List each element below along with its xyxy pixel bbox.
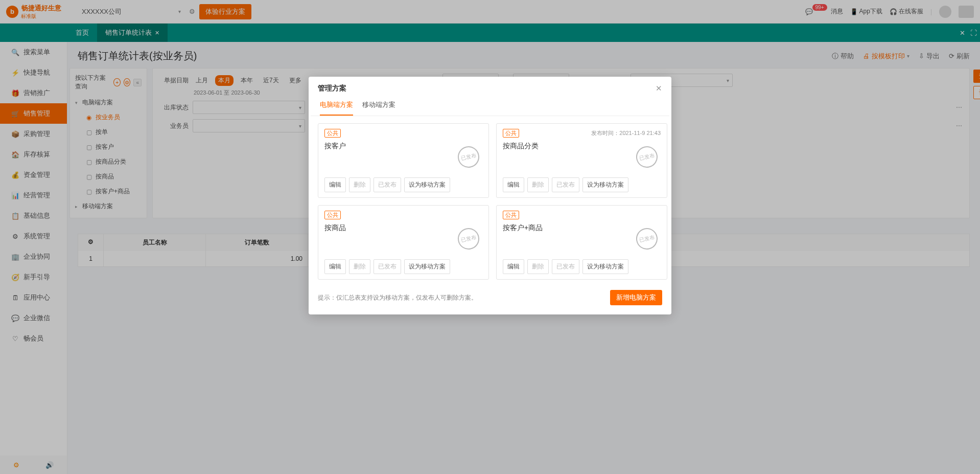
modal-tabs: 电脑端方案 移动端方案 bbox=[311, 95, 669, 116]
public-tag: 公共 bbox=[324, 129, 341, 138]
delete-button: 删除 bbox=[527, 177, 549, 192]
manage-scheme-modal: 管理方案 ✕ 电脑端方案 移动端方案 公共 按客户 已发布 编辑 删除 已发布 … bbox=[309, 77, 671, 314]
published-button: 已发布 bbox=[552, 177, 579, 192]
set-mobile-button[interactable]: 设为移动方案 bbox=[404, 177, 450, 192]
card-title: 按客户 bbox=[324, 142, 482, 151]
new-pc-scheme-button[interactable]: 新增电脑方案 bbox=[610, 290, 662, 305]
modal-header: 管理方案 ✕ bbox=[309, 77, 671, 95]
card-actions: 编辑 删除 已发布 设为移动方案 bbox=[324, 177, 482, 192]
card-actions: 编辑 删除 已发布 设为移动方案 bbox=[503, 177, 661, 192]
publish-time: 发布时间：2021-11-9 21:43 bbox=[591, 129, 661, 137]
card-top: 公共 bbox=[324, 129, 482, 138]
modal-footer: 提示：仅汇总表支持设为移动方案，仅发布人可删除方案。 新增电脑方案 bbox=[309, 287, 671, 314]
card-actions: 编辑 删除 已发布 设为移动方案 bbox=[324, 259, 482, 274]
scheme-card: 公共 按客户 已发布 编辑 删除 已发布 设为移动方案 bbox=[318, 123, 489, 198]
scheme-card: 公共 发布时间：2021-11-9 21:43 按商品分类 已发布 编辑 删除 … bbox=[496, 123, 667, 198]
card-top: 公共 bbox=[324, 211, 482, 219]
close-icon[interactable]: ✕ bbox=[656, 84, 662, 93]
card-top: 公共 bbox=[503, 211, 661, 219]
modal-overlay: 管理方案 ✕ 电脑端方案 移动端方案 公共 按客户 已发布 编辑 删除 已发布 … bbox=[0, 0, 980, 474]
public-tag: 公共 bbox=[503, 129, 519, 138]
card-title: 按商品分类 bbox=[503, 142, 661, 151]
public-tag: 公共 bbox=[324, 211, 341, 219]
scheme-card: 公共 按商品 已发布 编辑 删除 已发布 设为移动方案 bbox=[318, 205, 489, 280]
published-button: 已发布 bbox=[552, 259, 579, 274]
card-title: 按客户+商品 bbox=[503, 223, 661, 233]
published-button: 已发布 bbox=[374, 177, 401, 192]
set-mobile-button[interactable]: 设为移动方案 bbox=[582, 259, 628, 274]
edit-button[interactable]: 编辑 bbox=[503, 259, 524, 274]
published-button: 已发布 bbox=[374, 259, 401, 274]
delete-button: 删除 bbox=[349, 259, 370, 274]
set-mobile-button[interactable]: 设为移动方案 bbox=[582, 177, 628, 192]
public-tag: 公共 bbox=[503, 211, 519, 219]
card-actions: 编辑 删除 已发布 设为移动方案 bbox=[503, 259, 661, 274]
modal-tab-mobile[interactable]: 移动端方案 bbox=[362, 100, 395, 116]
modal-hint: 提示：仅汇总表支持设为移动方案，仅发布人可删除方案。 bbox=[318, 294, 477, 302]
delete-button: 删除 bbox=[527, 259, 549, 274]
set-mobile-button[interactable]: 设为移动方案 bbox=[404, 259, 450, 274]
edit-button[interactable]: 编辑 bbox=[324, 177, 346, 192]
cards-container: 公共 按客户 已发布 编辑 删除 已发布 设为移动方案 公共 发布时间：2021… bbox=[309, 116, 671, 287]
card-top: 公共 发布时间：2021-11-9 21:43 bbox=[503, 129, 661, 138]
modal-tab-pc[interactable]: 电脑端方案 bbox=[320, 100, 353, 116]
card-title: 按商品 bbox=[324, 223, 482, 233]
edit-button[interactable]: 编辑 bbox=[324, 259, 346, 274]
scheme-card: 公共 按客户+商品 已发布 编辑 删除 已发布 设为移动方案 bbox=[496, 205, 667, 280]
modal-title: 管理方案 bbox=[318, 84, 346, 93]
edit-button[interactable]: 编辑 bbox=[503, 177, 524, 192]
delete-button: 删除 bbox=[349, 177, 370, 192]
